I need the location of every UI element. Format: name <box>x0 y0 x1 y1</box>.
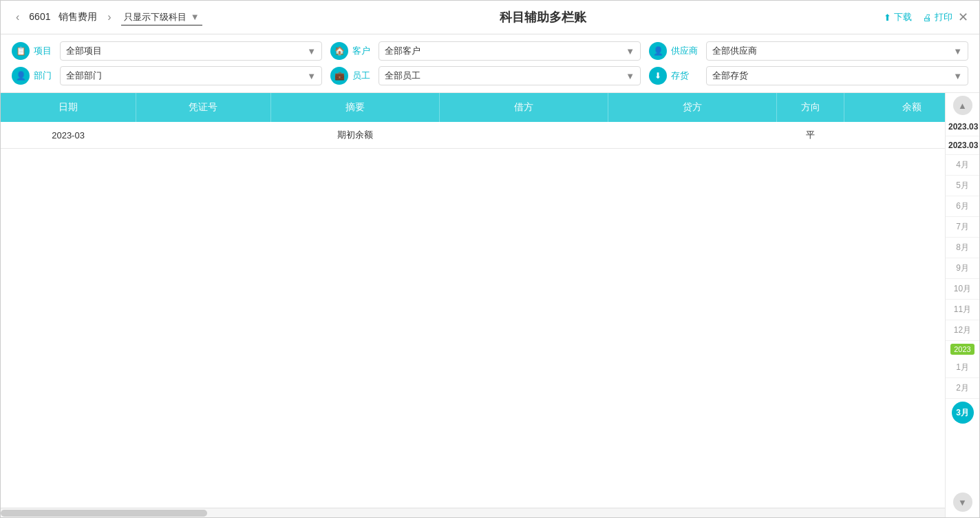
scroll-down-button[interactable]: ▼ <box>953 493 972 512</box>
cell-voucher <box>136 122 270 149</box>
employee-icon: 💼 <box>330 67 348 85</box>
header-actions: ⬆ 下载 🖨 打印 <box>884 11 952 23</box>
main-content: 日期 凭证号 摘要 借方 贷方 方向 余额 2023-03 <box>1 93 979 517</box>
main-container: ‹ 6601 销售费用 › 只显示下级科目 ▼ 科目辅助多栏账 ⬆ 下载 🖨 打… <box>0 0 980 518</box>
department-label: 👤 部门 <box>12 67 52 85</box>
customer-label: 🏠 客户 <box>330 42 370 60</box>
filters-area: 📋 项目 全部项目 ▼ 🏠 客户 全部客户 ▼ 👤 供应商 全部供应商 ▼ 👤 … <box>1 34 979 93</box>
scrollbar-track <box>1 508 979 517</box>
year-badge[interactable]: 2023 <box>950 344 974 355</box>
period-item-1[interactable]: 2023.03 <box>946 118 979 136</box>
next-account-btn[interactable]: › <box>103 10 115 25</box>
department-select[interactable]: 全部部门 ▼ <box>60 66 322 85</box>
page-title: 科目辅助多栏账 <box>202 9 884 25</box>
col-header-voucher: 凭证号 <box>136 93 270 122</box>
inventory-label: ⬇ 存货 <box>649 67 698 85</box>
month-item-1[interactable]: 1月 <box>946 358 979 378</box>
cell-debit <box>439 122 608 149</box>
project-select[interactable]: 全部项目 ▼ <box>60 41 322 61</box>
download-icon: ⬆ <box>884 12 891 23</box>
table-row: 2023-03 期初余额 平 <box>1 122 979 149</box>
print-icon: 🖨 <box>923 12 932 23</box>
customer-dropdown-arrow: ▼ <box>626 46 635 56</box>
month-item-8[interactable]: 8月 <box>946 238 979 258</box>
account-code: 6601 销售费用 <box>29 11 98 23</box>
show-sub-button[interactable]: 只显示下级科目 ▼ <box>121 10 202 25</box>
month-item-7[interactable]: 7月 <box>946 217 979 238</box>
month-item-12[interactable]: 12月 <box>946 320 979 341</box>
print-button[interactable]: 🖨 打印 <box>923 11 952 23</box>
month-item-11[interactable]: 11月 <box>946 300 979 320</box>
selected-month-item[interactable]: 3月 <box>952 402 974 424</box>
employee-dropdown-arrow: ▼ <box>626 71 635 81</box>
show-sub-arrow-icon: ▼ <box>191 12 200 22</box>
cell-credit <box>608 122 777 149</box>
period-item-2[interactable]: 2023.03 <box>946 136 979 155</box>
scroll-up-button[interactable]: ▲ <box>953 96 972 115</box>
month-item-6[interactable]: 6月 <box>946 196 979 217</box>
month-item-5[interactable]: 5月 <box>946 176 979 196</box>
month-item-4[interactable]: 4月 <box>946 155 979 176</box>
month-item-2[interactable]: 2月 <box>946 378 979 399</box>
col-header-direction: 方向 <box>777 93 844 122</box>
data-table: 日期 凭证号 摘要 借方 贷方 方向 余额 2023-03 <box>1 93 979 149</box>
table-header-row: 日期 凭证号 摘要 借方 贷方 方向 余额 <box>1 93 979 122</box>
download-button[interactable]: ⬆ 下载 <box>884 11 912 23</box>
supplier-label: 👤 供应商 <box>649 42 698 60</box>
project-icon: 📋 <box>12 42 30 60</box>
inventory-select[interactable]: 全部存货 ▼ <box>706 66 968 85</box>
horizontal-scrollbar[interactable] <box>1 508 979 517</box>
supplier-dropdown-arrow: ▼ <box>953 46 962 56</box>
col-header-credit: 贷方 <box>608 93 777 122</box>
scrollbar-thumb[interactable] <box>1 510 207 517</box>
header: ‹ 6601 销售费用 › 只显示下级科目 ▼ 科目辅助多栏账 ⬆ 下载 🖨 打… <box>1 1 979 34</box>
table-wrapper[interactable]: 日期 凭证号 摘要 借方 贷方 方向 余额 2023-03 <box>1 93 979 508</box>
cell-summary: 期初余额 <box>270 122 439 149</box>
employee-select[interactable]: 全部员工 ▼ <box>379 66 641 85</box>
employee-label: 💼 员工 <box>330 67 370 85</box>
month-item-10[interactable]: 10月 <box>946 279 979 300</box>
close-button[interactable]: ✕ <box>958 10 968 25</box>
content-area: 日期 凭证号 摘要 借方 贷方 方向 余额 2023-03 <box>1 93 979 517</box>
customer-icon: 🏠 <box>330 42 348 60</box>
project-label: 📋 项目 <box>12 42 52 60</box>
department-icon: 👤 <box>12 67 30 85</box>
month-item-9[interactable]: 9月 <box>946 258 979 279</box>
prev-account-btn[interactable]: ‹ <box>12 10 23 25</box>
inventory-icon: ⬇ <box>649 67 667 85</box>
right-panel: ▲ 2023.03 2023.03 4月 5月 6月 7月 8月 9月 10月 … <box>945 93 979 517</box>
inventory-dropdown-arrow: ▼ <box>953 71 962 81</box>
department-dropdown-arrow: ▼ <box>307 71 316 81</box>
customer-select[interactable]: 全部客户 ▼ <box>379 41 641 61</box>
supplier-icon: 👤 <box>649 42 667 60</box>
col-header-debit: 借方 <box>439 93 608 122</box>
project-dropdown-arrow: ▼ <box>307 46 316 56</box>
cell-direction: 平 <box>777 122 844 149</box>
supplier-select[interactable]: 全部供应商 ▼ <box>706 41 968 61</box>
cell-date: 2023-03 <box>1 122 136 149</box>
col-header-summary: 摘要 <box>270 93 439 122</box>
col-header-date: 日期 <box>1 93 136 122</box>
